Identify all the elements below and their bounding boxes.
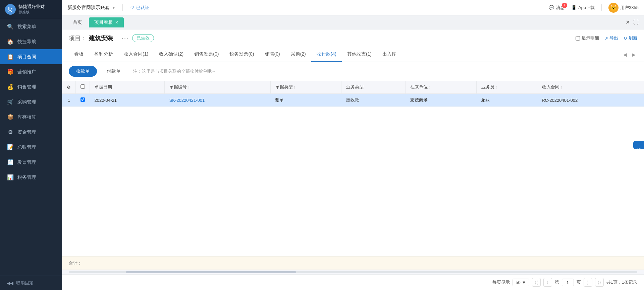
row-check[interactable] — [76, 94, 90, 107]
data-table: ⚙ 单据日期 单据编号 单据类型 业务类型 往来单位 业务员 收入合同 — [62, 81, 644, 107]
sidebar: 财 畅捷通好业财 标准版 🔍 搜索菜单 🏠 快捷导航 📋 项目合同 🎁 营销推广… — [0, 0, 62, 290]
subtab-other-expense[interactable]: 其他收支(1) — [342, 47, 377, 62]
table-scrollbar[interactable] — [62, 270, 644, 274]
sidebar-item-contract[interactable]: 📋 项目合同 — [0, 49, 62, 64]
sidebar-item-search[interactable]: 🔍 搜索菜单 — [0, 19, 62, 34]
sidebar-item-invoice[interactable]: 🧾 发票管理 — [0, 155, 62, 170]
page-label: 第 — [555, 279, 559, 285]
subtab-prev-button[interactable]: ◀ — [622, 50, 629, 59]
window-controls: ✕ ⛶ — [626, 19, 639, 25]
subtab-purchase[interactable]: 采购(2) — [285, 47, 311, 62]
messages-button[interactable]: 💬 消息 1 — [549, 5, 565, 11]
column-date[interactable]: 单据日期 — [90, 81, 165, 94]
subtab-income-confirm[interactable]: 收入确认(2) — [154, 47, 189, 62]
sidebar-item-nav[interactable]: 🏠 快捷导航 — [0, 34, 62, 49]
show-detail-checkbox[interactable]: 显示明细 — [576, 35, 599, 41]
maximize-window-button[interactable]: ⛶ — [633, 19, 639, 25]
topbar-divider — [122, 4, 123, 11]
tab-home-label: 首页 — [73, 19, 82, 25]
sidebar-item-purchase[interactable]: 🛒 采购管理 — [0, 94, 62, 110]
content-area: 项目： 建筑安装 ··· 已生效 显示明细 ↗ 导出 ↻ 刷新 — [62, 29, 644, 290]
marketing-icon: 🎁 — [7, 69, 14, 75]
subtab-receipt[interactable]: 收付款(4) — [311, 47, 342, 62]
row-salesperson: 龙妹 — [476, 94, 537, 107]
export-button[interactable]: ↗ 导出 — [604, 35, 618, 41]
sidebar-item-tax[interactable]: 📊 税务管理 — [0, 170, 62, 185]
pagination: 每页显示 50 ▼ ⟨⟨ ⟨ 第 页 ⟩ ⟩⟩ 共1页，1条记录 — [62, 274, 644, 290]
sidebar-item-sales[interactable]: 💰 销售管理 — [0, 79, 62, 94]
column-number[interactable]: 单据编号 — [165, 81, 270, 94]
select-all-checkbox[interactable] — [80, 84, 85, 89]
row-date: 2022-04-21 — [90, 94, 165, 107]
unpin-button[interactable]: ◀◀ 取消固定 — [0, 276, 62, 290]
row-checkbox[interactable] — [80, 97, 85, 102]
sidebar-item-label: 销售管理 — [17, 84, 36, 90]
row-type: 蓝单 — [270, 94, 341, 107]
row-number[interactable]: SK-20220421-001 — [165, 94, 270, 107]
row-number-link[interactable]: SK-20220421-001 — [169, 98, 205, 103]
app-download-button[interactable]: 📱 App下载 — [571, 5, 595, 11]
refresh-button[interactable]: ↻ 刷新 — [624, 35, 637, 41]
tab-project-board-label: 项目看板 — [94, 19, 113, 25]
column-salesperson[interactable]: 业务员 — [476, 81, 537, 94]
subtab-sales-invoice[interactable]: 销售发票(0) — [189, 47, 224, 62]
column-biz-type[interactable]: 业务类型 — [341, 81, 406, 94]
sidebar-item-label: 总账管理 — [17, 144, 36, 150]
inner-tab-payment[interactable]: 付款单 — [100, 66, 128, 77]
user-menu[interactable]: 🐱 用户3355 — [608, 3, 639, 13]
sidebar-item-label: 项目合同 — [17, 54, 36, 60]
column-income-contract[interactable]: 收入合同 — [537, 81, 644, 94]
tab-close-icon[interactable]: ✕ — [115, 20, 118, 25]
project-more-button[interactable]: ··· — [122, 35, 129, 42]
inner-tab-receipt[interactable]: 收款单 — [69, 66, 97, 77]
sidebar-item-inventory[interactable]: 📦 库存核算 — [0, 110, 62, 125]
next-page-button[interactable]: ⟩ — [584, 278, 592, 287]
unpin-label: 取消固定 — [16, 280, 34, 286]
account-name: 新服务官网演示账套 — [67, 5, 110, 11]
table-area: ⚙ 单据日期 单据编号 单据类型 业务类型 往来单位 业务员 收入合同 — [62, 81, 644, 257]
column-gear[interactable]: ⚙ — [62, 81, 76, 94]
page-input[interactable] — [562, 279, 574, 286]
home-icon: 🏠 — [7, 39, 14, 45]
close-window-button[interactable]: ✕ — [626, 19, 630, 25]
first-page-button[interactable]: ⟨⟨ — [532, 278, 541, 287]
logo-title: 畅捷通好业财 — [18, 4, 45, 10]
inner-tab-note: 注：这里是与项目关联的全部收付款单哦～ — [133, 68, 216, 74]
subtab-income-contract[interactable]: 收入合同(1) — [118, 47, 154, 62]
show-detail-input[interactable] — [576, 36, 580, 41]
sidebar-item-ledger[interactable]: 📝 总账管理 — [0, 140, 62, 155]
column-check[interactable] — [76, 81, 90, 94]
row-index: 1 — [62, 94, 76, 107]
dropdown-icon: ▼ — [112, 5, 116, 10]
subtab-next-button[interactable]: ▶ — [630, 50, 637, 59]
subtab-board[interactable]: 看板 — [69, 47, 89, 62]
logo-text: 畅捷通好业财 标准版 — [18, 4, 45, 15]
subtab-tax-invoice[interactable]: 税务发票(0) — [224, 47, 259, 62]
topbar-right: 💬 消息 1 📱 App下载 🐱 用户3355 — [549, 3, 639, 13]
row-biz-type: 应收款 — [341, 94, 406, 107]
column-partner[interactable]: 往来单位 — [406, 81, 477, 94]
sidebar-item-capital[interactable]: ⚙ 资金管理 — [0, 125, 62, 140]
table-row[interactable]: 1 2022-04-21 SK-20220421-001 蓝单 应收款 宏茂商场… — [62, 94, 644, 107]
refresh-icon: ↻ — [624, 36, 627, 41]
scrollbar-thumb[interactable] — [126, 271, 297, 273]
table-footer: 合计： — [62, 257, 644, 270]
sidebar-item-label: 快捷导航 — [17, 39, 36, 45]
account-selector[interactable]: 新服务官网演示账套 ▼ — [67, 5, 116, 11]
last-page-button[interactable]: ⟩⟩ — [595, 278, 604, 287]
prev-page-button[interactable]: ⟨ — [543, 278, 552, 287]
tab-project-board[interactable]: 项目看板 ✕ — [89, 17, 124, 27]
subtab-in-out[interactable]: 出入库 — [377, 47, 402, 62]
subtab-sales[interactable]: 销售(0) — [260, 47, 285, 62]
refresh-label: 刷新 — [629, 35, 637, 41]
tab-home[interactable]: 首页 — [67, 17, 88, 27]
search-icon: 🔍 — [7, 23, 14, 30]
per-page-selector[interactable]: 50 ▼ — [513, 279, 529, 286]
subtab-profit[interactable]: 盈利分析 — [89, 47, 118, 62]
page-unit-label: 页 — [577, 279, 581, 285]
sidebar-item-label: 资金管理 — [17, 129, 36, 135]
export-icon: ↗ — [604, 36, 608, 41]
feedback-button[interactable]: 反馈 — [633, 141, 644, 149]
column-type[interactable]: 单据类型 — [270, 81, 341, 94]
sidebar-item-marketing[interactable]: 🎁 营销推广 — [0, 64, 62, 79]
